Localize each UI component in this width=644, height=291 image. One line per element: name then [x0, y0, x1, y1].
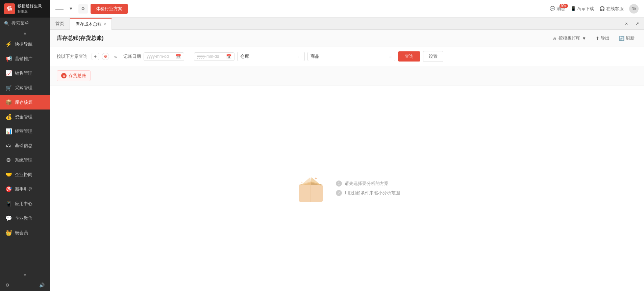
sidebar-item-marketing[interactable]: 📢 营销推广 [0, 51, 50, 66]
page-header: 库存总账(存货总账) 🖨 按模板打印 ▼ ⬆ 导出 🔄 刷新 [50, 30, 644, 47]
date-from-input[interactable]: yyyy-mm-dd 📅 [144, 52, 184, 61]
sidebar-item-basic[interactable]: 🗂 基础信息 [0, 139, 50, 153]
tab-expand-btn[interactable]: ⤢ [633, 20, 641, 28]
sidebar-item-label: 畅会员 [15, 230, 28, 236]
tab-close-all-btn[interactable]: × [622, 20, 630, 28]
tab-home-label: 首页 [55, 21, 64, 27]
refresh-icon: 🔄 [619, 36, 624, 41]
sidebar-item-label: 快捷导航 [15, 41, 32, 47]
filter-settings-action-btn[interactable]: 设置 [423, 51, 443, 62]
sidebar-item-app-center[interactable]: 📱 应用中心 [0, 196, 50, 211]
online-service-label: 在线客服 [606, 6, 624, 12]
app-download-btn[interactable]: 📱 App下载 [571, 6, 594, 12]
basic-icon: 🗂 [5, 143, 11, 149]
query-btn[interactable]: 查询 [398, 51, 420, 62]
sidebar-item-sales[interactable]: 📈 销售管理 [0, 66, 50, 80]
instruction-item-2: 2 用[过滤]条件来缩小分析范围 [336, 190, 400, 196]
purchase-icon: 🛒 [5, 84, 11, 91]
topbar-gear-btn[interactable]: ⚙ [78, 4, 88, 14]
calendar-icon-end: 📅 [226, 54, 231, 59]
warehouse-dots-icon: ··· [298, 54, 302, 59]
scheme-star-icon: ★ [61, 73, 67, 78]
messages-btn[interactable]: 💬 消息 99+ [550, 6, 565, 12]
filter-collapse-btn[interactable]: « [112, 53, 119, 60]
refresh-btn[interactable]: 🔄 刷新 [616, 34, 637, 43]
warehouse-select[interactable]: 仓库 ··· [237, 52, 305, 61]
filter-group: 记账日期 yyyy-mm-dd 📅 — yyyy-mm-dd 📅 仓库 ··· [123, 51, 637, 62]
audio-icon[interactable]: 🔊 [39, 283, 45, 288]
chevron-down-icon: ▼ [69, 6, 73, 11]
search-menu-item[interactable]: 🔍 搜索菜单 [0, 18, 50, 29]
sidebar-item-operations[interactable]: 📊 经营管理 [0, 124, 50, 139]
breadcrumb-text: ▬▬ [55, 6, 64, 11]
sidebar-scroll-up[interactable]: ▲ [0, 29, 50, 37]
gear-icon: ⚙ [81, 6, 85, 11]
warehouse-label: 仓库 [240, 53, 249, 59]
topbar-left: ▬▬ ▼ ⚙ 体验行业方案 [55, 4, 546, 14]
sidebar-item-purchase[interactable]: 🛒 采购管理 [0, 80, 50, 95]
operations-icon: 📊 [5, 128, 11, 135]
search-icon: 🔍 [4, 21, 9, 26]
svg-text:✦: ✦ [314, 176, 318, 181]
app-title-group: 畅捷通好生意 标准版 [18, 4, 42, 14]
sidebar-item-finance[interactable]: 💰 资金管理 [0, 110, 50, 124]
filter-label: 按以下方案查询 [57, 53, 88, 59]
goods-select[interactable]: 商品 ··· [307, 52, 395, 61]
sidebar-item-quick-nav[interactable]: ⚡ 快捷导航 [0, 37, 50, 51]
print-template-btn[interactable]: 🖨 按模板打印 ▼ [550, 34, 589, 43]
export-btn[interactable]: ⬆ 导出 [593, 34, 612, 43]
app-download-label: App下载 [577, 6, 594, 12]
topbar-dropdown-btn[interactable]: ▼ [66, 4, 76, 14]
filter-gear-icon: ⚙ [104, 54, 107, 59]
online-service-btn[interactable]: 🎧 在线客服 [599, 6, 624, 12]
goods-label: 商品 [311, 53, 319, 59]
marketing-icon: 📢 [5, 55, 11, 62]
print-template-label: 按模板打印 [559, 35, 580, 41]
beginner-icon: 🎯 [5, 186, 11, 192]
date-to-input[interactable]: yyyy-mm-dd 📅 [194, 52, 234, 61]
sidebar-item-beginner[interactable]: 🎯 新手引导 [0, 182, 50, 196]
page-header-actions: 🖨 按模板打印 ▼ ⬆ 导出 🔄 刷新 [550, 34, 637, 43]
quick-nav-icon: ⚡ [5, 41, 11, 47]
sidebar-scroll-down[interactable]: ▼ [0, 271, 50, 279]
tab-close-btn[interactable]: × [104, 22, 106, 27]
sidebar-item-inventory[interactable]: 📦 库存核算 [0, 95, 50, 110]
topbar-right: 💬 消息 99+ 📱 App下载 🎧 在线客服 Rit [550, 4, 639, 14]
sidebar: 畅 畅捷通好生意 标准版 🔍 搜索菜单 ▲ ⚡ 快捷导航 📢 营销推广 📈 销售… [0, 0, 50, 291]
sidebar-item-label: 系统管理 [15, 157, 32, 163]
scheme-item-inventory[interactable]: ★ 存货总账 [57, 70, 91, 81]
tab-inventory-ledger[interactable]: 库存成本总账 × [70, 18, 112, 30]
enterprise-icon: 🤝 [5, 171, 11, 178]
sidebar-nav: ⚡ 快捷导航 📢 营销推广 📈 销售管理 🛒 采购管理 📦 库存核算 💰 资金管… [0, 37, 50, 271]
system-icon: ⚙ [5, 157, 11, 163]
filter-add-btn[interactable]: + [92, 53, 99, 60]
sidebar-item-label: 企业协同 [15, 172, 32, 178]
page-title: 库存总账(存货总账) [57, 35, 104, 42]
main-area: ▬▬ ▼ ⚙ 体验行业方案 💬 消息 99+ 📱 App下载 🎧 在线客服 [50, 0, 644, 291]
sidebar-item-member[interactable]: 👑 畅会员 [0, 225, 50, 240]
sidebar-item-label: 采购管理 [15, 85, 32, 91]
print-dropdown-icon: ▼ [582, 36, 586, 41]
search-menu-label: 搜索菜单 [11, 20, 29, 26]
user-avatar[interactable]: Rit [629, 4, 639, 14]
sidebar-item-enterprise[interactable]: 🤝 企业协同 [0, 167, 50, 182]
app-logo: 畅 [4, 3, 15, 14]
page-content: 库存总账(存货总账) 🖨 按模板打印 ▼ ⬆ 导出 🔄 刷新 按以下方案查询 [50, 30, 644, 291]
member-icon: 👑 [5, 229, 11, 236]
filter-settings-btn[interactable]: ⚙ [102, 53, 109, 60]
refresh-label: 刷新 [626, 35, 635, 41]
empty-box-illustration: ✦ ✦ [294, 171, 328, 205]
print-icon: 🖨 [553, 36, 557, 41]
sidebar-item-label: 新手引导 [15, 186, 32, 192]
industry-btn[interactable]: 体验行业方案 [91, 4, 128, 14]
sidebar-item-label: 基础信息 [15, 143, 32, 149]
sidebar-item-label: 库存核算 [15, 99, 32, 105]
settings-icon[interactable]: ⚙ [5, 283, 9, 288]
instruction-1-text: 请先选择要分析的方案 [345, 180, 389, 187]
goods-dots-icon: ··· [389, 54, 392, 59]
sidebar-item-enterprise-wechat[interactable]: 💬 企业微信 [0, 211, 50, 225]
headset-icon: 🎧 [599, 6, 605, 11]
empty-instructions: 1 请先选择要分析的方案 2 用[过滤]条件来缩小分析范围 [336, 180, 400, 196]
sidebar-item-system[interactable]: ⚙ 系统管理 [0, 153, 50, 167]
tab-home[interactable]: 首页 [50, 18, 70, 29]
